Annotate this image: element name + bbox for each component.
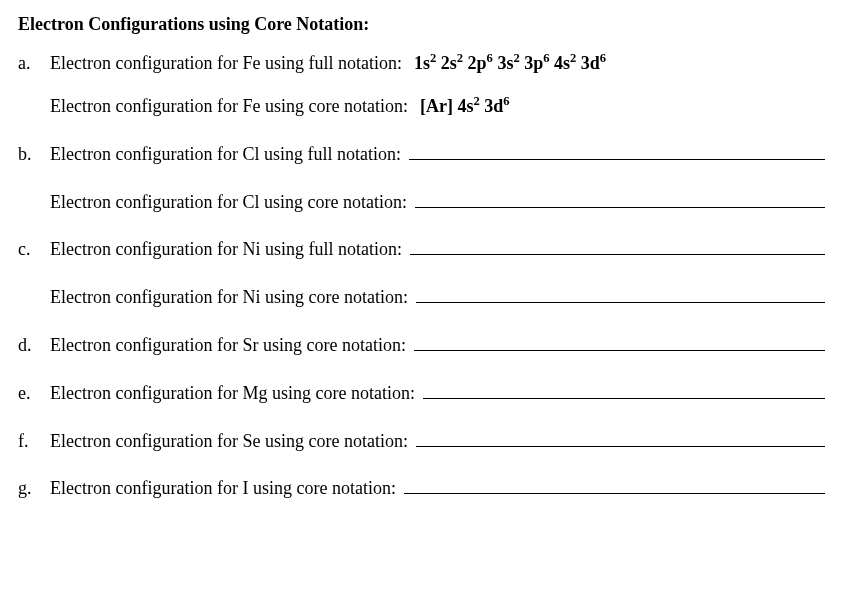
answer-blank[interactable] <box>404 474 825 495</box>
answer-value: 1s2 2s2 2p6 3s2 3p6 4s2 3d6 <box>414 53 606 74</box>
prompt-text: Electron configuration for I using core … <box>50 478 396 499</box>
prompt-text: Electron configuration for Mg using core… <box>50 383 415 404</box>
item-letter: g. <box>18 478 50 499</box>
question-row: g.Electron configuration for I using cor… <box>18 474 845 500</box>
answer-blank[interactable] <box>416 282 825 303</box>
answer-prefix: [Ar] <box>420 96 457 116</box>
question-row: a.Electron configuration for Fe using fu… <box>18 53 845 74</box>
prompt-text: Electron configuration for Cl using full… <box>50 144 401 165</box>
prompt-text: Electron configuration for Cl using core… <box>50 192 407 213</box>
answer-blank[interactable] <box>410 235 825 256</box>
orbital: 2p <box>463 53 487 73</box>
question-row: c.Electron configuration for Ni using fu… <box>18 235 845 261</box>
item-letter: b. <box>18 144 50 165</box>
answer-blank[interactable] <box>416 426 825 447</box>
question-row: Electron configuration for Fe using core… <box>18 96 845 117</box>
answer-blank[interactable] <box>414 330 825 351</box>
question-row: Electron configuration for Ni using core… <box>18 282 845 308</box>
orbital: 3s <box>493 53 514 73</box>
orbital: 3p <box>520 53 544 73</box>
item-letter: a. <box>18 53 50 74</box>
question-row: e.Electron configuration for Mg using co… <box>18 378 845 404</box>
worksheet-title: Electron Configurations using Core Notat… <box>18 14 845 35</box>
prompt-text: Electron configuration for Ni using core… <box>50 287 408 308</box>
item-letter: d. <box>18 335 50 356</box>
orbital: 4s <box>550 53 571 73</box>
question-row: b.Electron configuration for Cl using fu… <box>18 139 845 165</box>
question-row: f.Electron configuration for Se using co… <box>18 426 845 452</box>
prompt-text: Electron configuration for Fe using core… <box>50 96 408 117</box>
prompt-text: Electron configuration for Se using core… <box>50 431 408 452</box>
question-row: Electron configuration for Cl using core… <box>18 187 845 213</box>
orbital: 3d <box>480 96 504 116</box>
orbital: 3d <box>576 53 600 73</box>
prompt-text: Electron configuration for Sr using core… <box>50 335 406 356</box>
answer-value: [Ar] 4s2 3d6 <box>420 96 510 117</box>
answer-blank[interactable] <box>409 139 825 160</box>
item-letter: c. <box>18 239 50 260</box>
item-letter: e. <box>18 383 50 404</box>
orbital: 1s <box>414 53 430 73</box>
question-row: d.Electron configuration for Sr using co… <box>18 330 845 356</box>
orbital-superscript: 6 <box>600 51 606 65</box>
answer-blank[interactable] <box>415 187 825 208</box>
answer-blank[interactable] <box>423 378 825 399</box>
item-letter: f. <box>18 431 50 452</box>
orbital: 2s <box>436 53 457 73</box>
items-container: a.Electron configuration for Fe using fu… <box>18 53 845 499</box>
prompt-text: Electron configuration for Fe using full… <box>50 53 402 74</box>
prompt-text: Electron configuration for Ni using full… <box>50 239 402 260</box>
orbital-superscript: 6 <box>503 94 509 108</box>
orbital: 4s <box>457 96 473 116</box>
